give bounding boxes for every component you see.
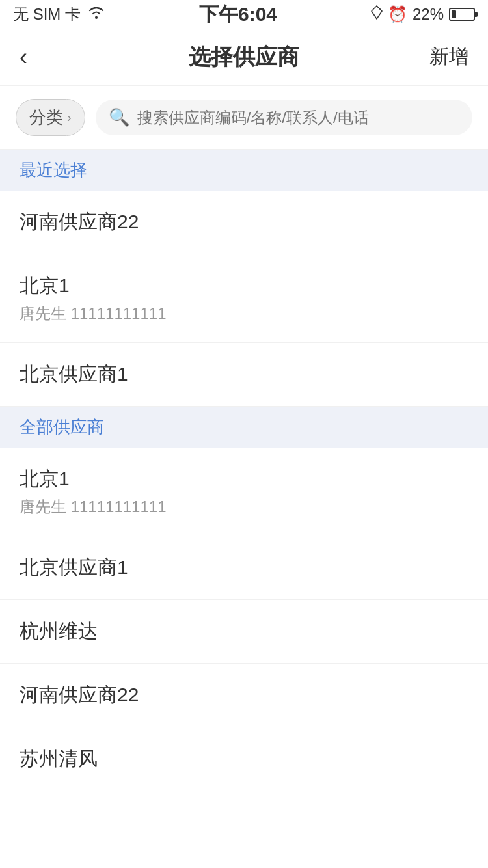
list-item[interactable]: 河南供应商22: [0, 191, 488, 254]
svg-point-0: [95, 16, 98, 19]
recent-list: 河南供应商22北京1唐先生 11111111111北京供应商1: [0, 191, 488, 407]
battery-percent: 22%: [413, 5, 444, 23]
item-name: 苏州清风: [20, 746, 468, 772]
list-item[interactable]: 北京供应商1: [0, 536, 488, 600]
category-label: 分类: [29, 106, 63, 129]
list-item[interactable]: 河南供应商22: [0, 664, 488, 727]
item-name: 北京供应商1: [20, 554, 468, 581]
no-sim-text: 无 SIM 卡: [13, 4, 81, 25]
status-bar: 无 SIM 卡 下午6:04 ⏰ 22%: [0, 0, 488, 29]
status-right: ⏰ 22%: [371, 5, 475, 23]
all-section-label: 全部供应商: [20, 417, 104, 437]
item-name: 杭州维达: [20, 618, 468, 645]
item-name: 北京1: [20, 466, 468, 493]
item-name: 河南供应商22: [20, 209, 468, 236]
alarm-icon: ⏰: [388, 5, 407, 23]
recent-section-header: 最近选择: [0, 150, 488, 191]
nav-bar: ‹ 选择供应商 新增: [0, 29, 488, 86]
item-sub: 唐先生 11111111111: [20, 303, 468, 324]
back-button[interactable]: ‹: [20, 44, 59, 71]
item-name: 河南供应商22: [20, 682, 468, 709]
search-input[interactable]: [137, 109, 459, 127]
status-time: 下午6:04: [199, 1, 277, 28]
battery-icon: [449, 8, 475, 21]
location-icon: [371, 5, 383, 23]
search-box: 🔍: [96, 100, 472, 135]
search-icon: 🔍: [109, 107, 129, 128]
item-name: 北京1: [20, 273, 468, 299]
all-list: 北京1唐先生 11111111111北京供应商1杭州维达河南供应商22苏州清风: [0, 448, 488, 791]
recent-section-label: 最近选择: [20, 160, 87, 180]
page-title: 选择供应商: [189, 42, 299, 72]
item-name: 北京供应商1: [20, 361, 468, 388]
list-item[interactable]: 北京1唐先生 11111111111: [0, 448, 488, 536]
add-button[interactable]: 新增: [429, 44, 468, 70]
list-item[interactable]: 杭州维达: [0, 600, 488, 664]
item-sub: 唐先生 11111111111: [20, 496, 468, 517]
list-item[interactable]: 北京供应商1: [0, 343, 488, 407]
category-button[interactable]: 分类 ›: [16, 99, 85, 136]
chevron-right-icon: ›: [67, 110, 72, 125]
filter-bar: 分类 › 🔍: [0, 86, 488, 150]
all-section-header: 全部供应商: [0, 407, 488, 448]
list-item[interactable]: 北京1唐先生 11111111111: [0, 254, 488, 343]
list-item[interactable]: 苏州清风: [0, 727, 488, 791]
wifi-icon: [87, 5, 105, 23]
status-left: 无 SIM 卡: [13, 4, 105, 25]
